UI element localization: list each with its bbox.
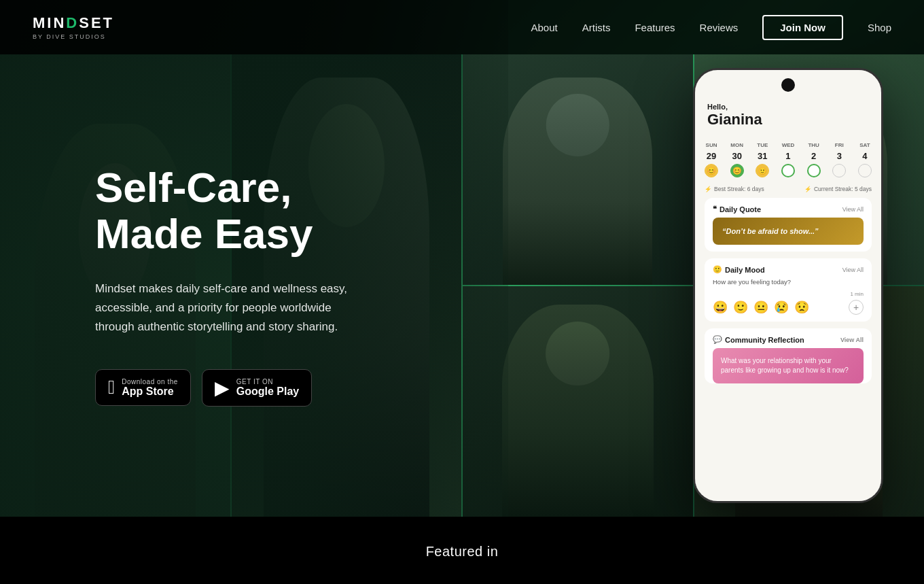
hero-title: Self-Care, Made Easy bbox=[95, 165, 353, 257]
calendar-sat: Sat 4 bbox=[858, 142, 872, 177]
emoji-slight-smile[interactable]: 🙂 bbox=[733, 300, 748, 315]
phone-greeting: Hello, Gianina bbox=[695, 103, 881, 137]
phone-notch bbox=[781, 78, 795, 92]
cal-dot-sat bbox=[858, 164, 872, 177]
nav-artists[interactable]: Artists bbox=[582, 22, 611, 33]
cal-dot-thu bbox=[807, 164, 821, 177]
google-play-icon: ▶ bbox=[215, 377, 230, 399]
calendar-thu: Thu 2 bbox=[807, 142, 821, 177]
mood-card: 🙂 Daily Mood View All How are you feelin… bbox=[705, 258, 872, 322]
logo-text: MINDSET bbox=[33, 14, 114, 32]
mood-timer: 1 min bbox=[713, 291, 864, 297]
emoji-neutral[interactable]: 😐 bbox=[753, 300, 768, 315]
join-now-button[interactable]: Join Now bbox=[762, 15, 843, 40]
emoji-happy[interactable]: 😀 bbox=[713, 300, 728, 315]
navbar: MINDSET BY DIVE STUDIOS About Artists Fe… bbox=[0, 0, 924, 54]
cal-dot-tue: 🙂 bbox=[756, 164, 769, 177]
phone-name: Gianina bbox=[707, 111, 869, 128]
mood-emojis: 😀 🙂 😐 😢 😟 + bbox=[713, 300, 864, 315]
community-icon: 💬 bbox=[713, 335, 722, 344]
download-buttons:  Download on the App Store ▶ GET IT ON … bbox=[95, 369, 353, 407]
calendar-tue: Tue 31 🙂 bbox=[756, 142, 769, 177]
featured-title: Featured in bbox=[54, 544, 870, 560]
community-title: 💬 Community Reflection bbox=[713, 335, 804, 344]
daily-quote-title: ❝ Daily Quote bbox=[713, 205, 761, 213]
quote-icon: ❝ bbox=[713, 205, 717, 213]
calendar-mon: Mon 30 😊 bbox=[730, 142, 744, 177]
logo-subtitle: BY DIVE STUDIOS bbox=[33, 33, 114, 40]
hero-section: Self-Care, Made Easy Mindset makes daily… bbox=[0, 0, 924, 517]
logo[interactable]: MINDSET BY DIVE STUDIOS bbox=[33, 14, 114, 40]
phone-streaks: ⚡ Best Streak: 6 days ⚡ Current Streak: … bbox=[695, 183, 881, 198]
app-store-button[interactable]:  Download on the App Store bbox=[95, 369, 191, 406]
emoji-sad[interactable]: 😟 bbox=[794, 300, 809, 315]
phone-hello: Hello, bbox=[707, 103, 869, 111]
mood-icon: 🙂 bbox=[713, 265, 722, 274]
featured-section: Featured in bbox=[0, 517, 924, 584]
calendar-sun: Sun 29 😊 bbox=[705, 142, 718, 177]
current-streak: ⚡ Current Streak: 5 days bbox=[804, 186, 872, 192]
nav-features[interactable]: Features bbox=[635, 22, 675, 33]
nav-links: About Artists Features Reviews Join Now … bbox=[531, 15, 891, 40]
current-streak-icon: ⚡ bbox=[804, 186, 812, 192]
phone-community-section: 💬 Community Reflection View All What was… bbox=[705, 328, 872, 383]
community-view-all[interactable]: View All bbox=[840, 337, 864, 343]
cal-dot-sun: 😊 bbox=[705, 164, 718, 177]
cal-dot-fri bbox=[832, 164, 846, 177]
quote-card: “Don’t be afraid to show...” bbox=[713, 218, 864, 245]
hero-content: Self-Care, Made Easy Mindset makes daily… bbox=[0, 110, 408, 461]
daily-mood-view-all[interactable]: View All bbox=[842, 267, 864, 273]
phone-daily-mood-section: 🙂 Daily Mood View All How are you feelin… bbox=[705, 258, 872, 322]
phone-screen: Hello, Gianina Sun 29 😊 Mon 30 😊 bbox=[695, 70, 881, 501]
google-play-text: GET IT ON Google Play bbox=[236, 378, 299, 398]
phone-mockup: Hello, Gianina Sun 29 😊 Mon 30 😊 bbox=[693, 68, 883, 517]
nav-about[interactable]: About bbox=[531, 22, 558, 33]
community-card: What was your relationship with your par… bbox=[713, 348, 864, 383]
best-streak-icon: ⚡ bbox=[705, 186, 712, 192]
emoji-more[interactable]: + bbox=[849, 300, 864, 315]
daily-quote-view-all[interactable]: View All bbox=[842, 206, 864, 213]
emoji-cry[interactable]: 😢 bbox=[774, 300, 789, 315]
cal-dot-mon: 😊 bbox=[730, 164, 744, 177]
calendar-fri: Fri 3 bbox=[832, 142, 846, 177]
phone-calendar: Sun 29 😊 Mon 30 😊 Tue 31 🙂 bbox=[695, 137, 881, 183]
cal-dot-wed bbox=[781, 164, 795, 177]
hero-description: Mindset makes daily self-care and wellne… bbox=[95, 279, 353, 337]
phone-daily-quote-section: ❝ Daily Quote View All “Don’t be afraid … bbox=[705, 198, 872, 252]
daily-mood-title: 🙂 Daily Mood bbox=[713, 265, 765, 274]
best-streak: ⚡ Best Streak: 6 days bbox=[705, 186, 764, 192]
calendar-wed: Wed 1 bbox=[781, 142, 795, 177]
nav-reviews[interactable]: Reviews bbox=[700, 22, 739, 33]
nav-shop[interactable]: Shop bbox=[868, 22, 891, 33]
mood-question: How are you feeling today? bbox=[713, 278, 864, 286]
app-store-text: Download on the App Store bbox=[122, 378, 178, 398]
phone-frame: Hello, Gianina Sun 29 😊 Mon 30 😊 bbox=[693, 68, 883, 503]
google-play-button[interactable]: ▶ GET IT ON Google Play bbox=[202, 369, 312, 407]
apple-icon:  bbox=[108, 377, 115, 398]
